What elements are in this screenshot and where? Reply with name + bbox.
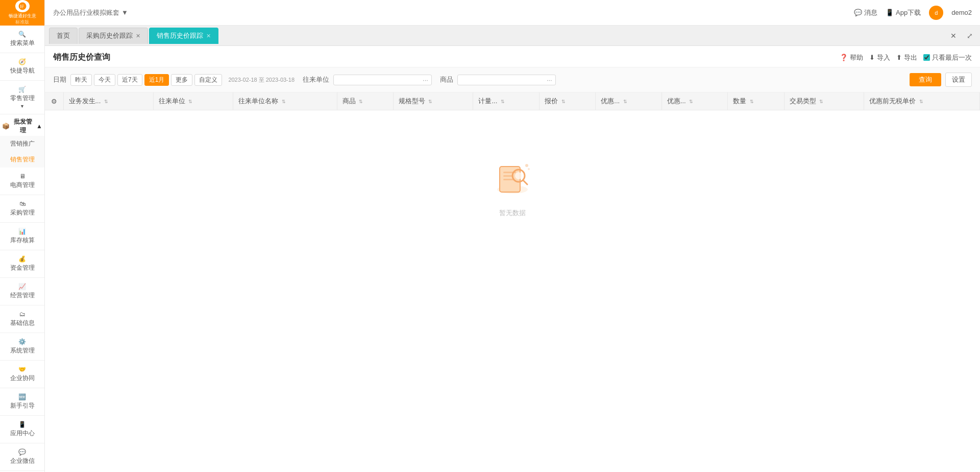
newuser-icon: 🆕 [18,393,26,400]
compass-icon: 🧭 [18,58,26,65]
tab-expand-btn[interactable]: ⤢ [964,30,976,42]
app-label: App下载 [896,8,921,17]
topbar-avatar[interactable]: d [929,6,943,20]
col-pretax-price[interactable]: 优惠前无税单价 ⇅ [864,92,980,110]
sidebar-item-purchase[interactable]: 🛍 采购管理 [0,195,44,223]
search-button[interactable]: 查询 [910,73,941,86]
topbar-username[interactable]: demo2 [951,9,972,16]
col-qty[interactable]: 数量 ⇅ [728,92,784,110]
import-btn[interactable]: ⬇ 导入 [869,53,890,62]
sidebar-item-finance[interactable]: 💰 资金管理 [0,250,44,278]
partner-input[interactable] [337,76,423,84]
show-last-checkbox[interactable] [923,54,930,61]
tab-sales-history[interactable]: 销售历史价跟踪 ✕ [149,28,218,44]
svg-text:好: 好 [19,4,23,9]
topbar-dropdown-icon[interactable]: ▼ [121,9,128,16]
sidebar-item-newuser[interactable]: 🆕 新手引导 [0,388,44,416]
sidebar-item-inventory[interactable]: 📊 库存核算 [0,223,44,250]
logo-subtitle: 畅捷通好生意 [9,13,36,19]
retail-icon: 🛒 [18,86,26,93]
settings-button[interactable]: 设置 [945,73,972,87]
help-label: 帮助 [850,53,863,62]
col-spec[interactable]: 规格型号 ⇅ [393,92,473,110]
sidebar-item-ecommerce[interactable]: 🖥 电商管理 [0,168,44,195]
purchase-icon: 🛍 [19,200,26,207]
sidebar-item-search[interactable]: 🔍 搜索菜单 [0,26,44,53]
page-header: 销售历史价查询 ❓ 帮助 ⬇ 导入 ⬆ 导出 只看最后一次 [45,46,980,67]
svg-point-11 [525,164,528,167]
date-btn-yesterday[interactable]: 昨天 [70,74,92,86]
sidebar-item-appcenter[interactable]: 📱 应用中心 [0,416,44,443]
col-partner-name[interactable]: 往来单位名称 ⇅ [233,92,337,110]
show-last-label[interactable]: 只看最后一次 [923,53,972,62]
page-header-actions: ❓ 帮助 ⬇ 导入 ⬆ 导出 只看最后一次 [840,53,972,62]
sidebar-item-quicknav[interactable]: 🧭 快捷导航 [0,53,44,81]
svg-point-12 [528,168,530,170]
topbar-title-text: 办公用品行业模拟账套 [53,8,119,17]
sidebar-item-sales-promo[interactable]: 营销推广 [0,136,44,152]
sidebar-item-basic[interactable]: 🗂 基础信息 [0,305,44,333]
tab-close-all-btn[interactable]: ✕ [947,30,960,42]
date-btn-custom[interactable]: 自定义 [194,74,222,86]
svg-line-10 [523,180,527,184]
sidebar-item-system[interactable]: ⚙️ 系统管理 [0,333,44,361]
col-goods[interactable]: 商品 ⇅ [337,92,393,110]
wholesale-icon: 📦 [2,123,10,130]
tab-home[interactable]: 首页 [49,28,78,44]
sidebar-item-enterprise[interactable]: 🤝 企业协同 [0,361,44,388]
content-area: 销售历史价查询 ❓ 帮助 ⬇ 导入 ⬆ 导出 只看最后一次 [45,46,980,472]
col-quote[interactable]: 报价 ⇅ [540,92,596,110]
sidebar-item-operations[interactable]: 📈 经营管理 [0,278,44,305]
operations-icon: 📈 [18,283,26,290]
date-btn-last7[interactable]: 近7天 [117,74,142,86]
col-settings[interactable]: ⚙ [45,92,63,110]
col-discount1[interactable]: 优惠... ⇅ [596,92,662,110]
topbar-msg-btn[interactable]: 💬 消息 [854,8,877,17]
avatar-text: d [935,10,938,16]
col-partner[interactable]: 往来单位 ⇅ [153,92,233,110]
empty-state: 暂无数据 [45,110,980,258]
col-trade-type[interactable]: 交易类型 ⇅ [784,92,864,110]
export-btn[interactable]: ⬆ 导出 [896,53,917,62]
date-btn-today[interactable]: 今天 [94,74,115,86]
sidebar: 好 畅捷通好生意 标准版 🔍 搜索菜单 🧭 快捷导航 🛒 零售管理 ▼ 📦 批发… [0,0,45,472]
goods-input[interactable] [461,76,547,84]
topbar-app-btn[interactable]: 📱 App下载 [886,8,921,17]
export-icon: ⬆ [896,54,902,61]
app-logo[interactable]: 好 畅捷通好生意 标准版 [0,0,44,26]
date-btn-last1m[interactable]: 近1月 [144,74,169,86]
wholesale-expand-icon: ▲ [36,123,42,130]
empty-text: 暂无数据 [499,208,526,218]
tab-sales-history-close[interactable]: ✕ [206,33,211,39]
tab-purchase-history-close[interactable]: ✕ [136,33,140,39]
tab-purchase-history[interactable]: 采购历史价跟踪 ✕ [79,28,148,44]
basic-icon: 🗂 [19,311,26,318]
tab-home-label: 首页 [57,31,70,40]
partner-input-wrap: ··· [333,75,432,85]
goods-input-wrap: ··· [457,75,556,85]
show-last-text: 只看最后一次 [932,53,972,62]
help-btn[interactable]: ❓ 帮助 [840,53,863,62]
col-unit[interactable]: 计量... ⇅ [473,92,540,110]
table-wrap: ⚙ 业务发生... ⇅ 往来单位 ⇅ 往来单位名称 ⇅ 商品 ⇅ 规格型号 ⇅ … [45,92,980,258]
help-icon: ❓ [840,54,848,61]
partner-ellipsis-btn[interactable]: ··· [423,76,428,84]
tab-purchase-history-label: 采购历史价跟踪 [86,31,133,40]
ecommerce-icon: 🖥 [19,173,26,180]
goods-filter-group: 商品 ··· [440,75,556,85]
appcenter-icon: 📱 [18,421,26,428]
date-btn-more[interactable]: 更多 [171,74,192,86]
logo-icon: 好 [15,0,30,12]
import-icon: ⬇ [869,54,875,61]
col-discount2[interactable]: 优惠... ⇅ [662,92,728,110]
sidebar-item-retail[interactable]: 🛒 零售管理 ▼ [0,81,44,114]
sidebar-item-wholesale[interactable]: 📦 批发管理 ▲ [0,114,44,136]
main-area: 办公用品行业模拟账套 ▼ 💬 消息 📱 App下载 d demo2 首页 采购历… [45,0,980,472]
goods-ellipsis-btn[interactable]: ··· [547,76,552,84]
sidebar-item-corpwechat[interactable]: 💬 企业微信 [0,443,44,471]
col-biz-date[interactable]: 业务发生... ⇅ [63,92,153,110]
msg-icon: 💬 [854,9,862,16]
corpwechat-icon: 💬 [18,449,26,456]
tabs-controls: ✕ ⤢ [947,30,976,42]
sidebar-item-sales-mgmt[interactable]: 销售管理 [0,152,44,168]
